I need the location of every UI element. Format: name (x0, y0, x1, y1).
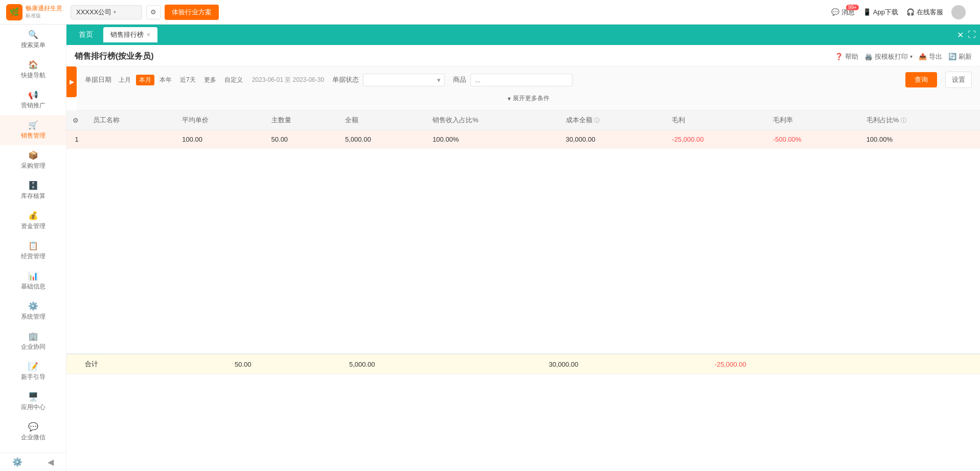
col-settings[interactable]: ⚙ (66, 110, 87, 130)
status-select-wrapper (363, 74, 445, 86)
settings-button[interactable]: 设置 (945, 72, 972, 88)
operation-icon: 📋 (28, 241, 38, 251)
col-gross-profit: 毛利 (666, 110, 767, 130)
sidebar-item-basic[interactable]: 📊基础信息 (0, 266, 66, 296)
print-button[interactable]: 🖨️ 按模板打印 ▾ (864, 52, 913, 61)
col-total: 全额 (339, 110, 426, 130)
refresh-icon: 🔄 (948, 53, 956, 60)
sidebar-item-finance[interactable]: 💰资金管理 (0, 206, 66, 236)
status-filter-group: 单据状态 (332, 74, 445, 86)
help-button[interactable]: ❓ 帮助 (835, 52, 858, 61)
date-opt-上月[interactable]: 上月 (116, 75, 134, 85)
logo-area: 🌿 畅康通好生意 标准版 (6, 4, 62, 20)
logo-sub: 标准版 (26, 12, 62, 19)
sidebar-item-sales[interactable]: 🛒销售管理 (0, 115, 66, 145)
online-service-button[interactable]: 🎧 在线客服 (906, 8, 943, 17)
marketing-icon: 📢 (28, 90, 38, 100)
rank-cell: 1 (66, 130, 87, 149)
sidebar-item-marketing[interactable]: 📢营销推广 (0, 85, 66, 115)
status-select[interactable] (363, 74, 445, 86)
avg-price-cell: 100.00 (176, 130, 265, 149)
page-header: 销售排行榜(按业务员) ❓ 帮助 🖨️ 按模板打印 ▾ (66, 45, 980, 66)
query-button[interactable]: 查询 (905, 72, 937, 87)
sidebar-item-operation[interactable]: 📋经营管理 (0, 236, 66, 266)
avatar[interactable] (951, 5, 966, 19)
tab-close-icon[interactable]: × (147, 31, 150, 38)
sidebar-item-member[interactable]: 👑畅会员 (0, 447, 66, 453)
expand-more-button[interactable]: ▾ 展开更多条件 (85, 92, 972, 105)
sidebar-bottom: ⚙️ ◀ (0, 453, 66, 471)
system-icon: ⚙️ (28, 301, 38, 311)
sidebar-collapse-icon[interactable]: ◀ (48, 457, 54, 467)
purchase-icon: 📦 (28, 150, 38, 160)
sidebar-item-shortcut[interactable]: 🏠快捷导航 (0, 55, 66, 85)
message-button[interactable]: 💬 消息 99+ (831, 8, 855, 17)
sidebar-item-purchase[interactable]: 📦采购管理 (0, 145, 66, 175)
help-icon: ❓ (835, 53, 843, 60)
total-settings-col (66, 354, 79, 374)
content-spacer (66, 149, 980, 353)
sidebar-label-sales: 销售管理 (21, 131, 45, 140)
cost-cell: 30,000.00 (560, 130, 666, 149)
inventory-icon: 🗄️ (28, 181, 38, 190)
sidebar-label-shortcut: 快捷导航 (21, 71, 45, 80)
total-qty: 50.00 (229, 354, 343, 374)
sidebar-label-wechat: 企业微信 (21, 433, 45, 442)
total-row: 合计 50.00 5,000.00 30,000.00 -25,000.00 (66, 354, 980, 374)
date-opt-本月[interactable]: 本月 (136, 75, 154, 85)
sidebar-item-guide[interactable]: 📝新手引导 (0, 356, 66, 387)
print-chevron-icon: ▾ (910, 54, 913, 59)
total-gross-profit: -25,000.00 (709, 354, 883, 374)
settings-icon[interactable]: ⚙ (146, 5, 161, 19)
date-opt-更多[interactable]: 更多 (201, 75, 219, 85)
sidebar-item-wechat[interactable]: 💬企业微信 (0, 417, 66, 447)
date-opt-自定义[interactable]: 自定义 (221, 75, 246, 85)
experience-button[interactable]: 体验行业方案 (165, 5, 219, 20)
sidebar-item-inventory[interactable]: 🗄️库存核算 (0, 175, 66, 206)
export-button[interactable]: 📤 导出 (919, 52, 942, 61)
header-actions: ❓ 帮助 🖨️ 按模板打印 ▾ 📤 导出 (835, 52, 972, 61)
goods-input[interactable] (470, 74, 573, 86)
content-area: 首页 销售排行榜 × ✕ ⛶ 销售排行榜(按业务员) (66, 25, 980, 471)
sidebar-settings-icon[interactable]: ⚙️ (12, 457, 22, 467)
data-table: ⚙ 员工名称 平均单价 主数量 全额 销售收入占比% 成本全额 ⓘ 毛利 毛利率 (66, 110, 980, 149)
appstore-icon: 🖥️ (28, 392, 38, 401)
company-selector[interactable]: XXXXX公司 ▾ (71, 5, 142, 19)
tab-home[interactable]: 首页 (71, 26, 101, 43)
col-avg-price: 平均单价 (176, 110, 265, 130)
sidebar-item-appstore[interactable]: 🖥️应用中心 (0, 387, 66, 417)
close-window-icon[interactable]: ✕ (957, 30, 964, 40)
app-download-button[interactable]: 📱 App下载 (863, 8, 898, 17)
col-cost: 成本全额 ⓘ (560, 110, 666, 130)
col-qty: 主数量 (265, 110, 339, 130)
service-icon: 🎧 (906, 8, 915, 16)
tab-label: 销售排行榜 (110, 30, 144, 39)
date-filter-label: 单据日期 (85, 75, 111, 84)
sidebar-label-appstore: 应用中心 (21, 403, 45, 412)
sidebar-item-search[interactable]: 🔍搜索菜单 (0, 25, 66, 55)
date-opt-本年[interactable]: 本年 (156, 75, 175, 85)
search-icon: 🔍 (28, 30, 38, 39)
print-label: 按模板打印 (875, 52, 908, 61)
total-avg-price (180, 354, 229, 374)
total-cell: 5,000.00 (339, 130, 426, 149)
refresh-button[interactable]: 🔄 刷新 (948, 52, 972, 61)
page-title: 销售排行榜(按业务员) (75, 51, 154, 62)
export-label: 导出 (929, 52, 942, 61)
sidebar-label-basic: 基础信息 (21, 282, 45, 291)
finance-icon: 💰 (28, 211, 38, 220)
sidebar-item-enterprise[interactable]: 🏢企业协同 (0, 326, 66, 356)
status-filter-label: 单据状态 (332, 75, 359, 84)
page-inner: 销售排行榜(按业务员) ❓ 帮助 🖨️ 按模板打印 ▾ (66, 45, 980, 471)
expand-filter-button[interactable]: ▶ (66, 66, 77, 97)
margin-ratio-cell: 100.00% (860, 130, 980, 149)
sidebar-item-system[interactable]: ⚙️系统管理 (0, 296, 66, 326)
download-icon: 📱 (863, 8, 871, 16)
maximize-icon[interactable]: ⛶ (968, 30, 976, 39)
tab-bar: 首页 销售排行榜 × ✕ ⛶ (66, 25, 980, 45)
total-label: 合计 (79, 354, 180, 374)
tab-sales-ranking[interactable]: 销售排行榜 × (103, 27, 157, 42)
guide-icon: 📝 (28, 362, 38, 371)
sidebar-nav: 🔍搜索菜单🏠快捷导航📢营销推广🛒销售管理📦采购管理🗄️库存核算💰资金管理📋经营管… (0, 25, 66, 453)
date-opt-近7天[interactable]: 近7天 (177, 75, 199, 85)
